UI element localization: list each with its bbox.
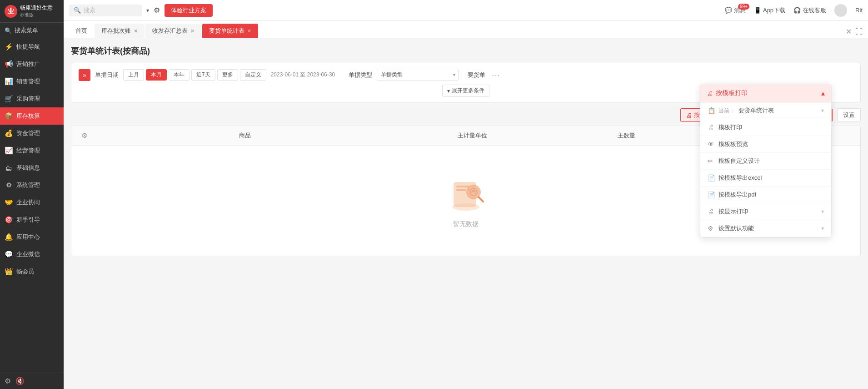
date-filter-label: 单据日期: [95, 71, 119, 79]
tab-maximize-icon[interactable]: ⛶: [855, 28, 863, 36]
topbar-settings-icon[interactable]: ⚙: [154, 6, 160, 15]
print-dropdown-item-set-default[interactable]: ⚙ 设置默认功能 ▾: [700, 220, 831, 237]
expand-conditions-btn[interactable]: ▾ 展开更多条件: [442, 85, 489, 97]
topbar-search-box[interactable]: 🔍 搜索: [69, 5, 142, 16]
sidebar-logo: 业 畅康通好生意 标准版: [0, 0, 64, 23]
sidebar-item-sales[interactable]: 📊 销售管理: [0, 73, 64, 90]
app-download-icon: 📱: [754, 7, 761, 14]
print-dropdown-item-export-pdf[interactable]: 📄 按模板导出pdf: [700, 187, 831, 203]
date-btn-this-month[interactable]: 本月: [146, 69, 167, 81]
current-template-value: 要货单统计表: [738, 106, 774, 115]
sidebar-item-finance[interactable]: 💰 资金管理: [0, 125, 64, 142]
sidebar-item-guide[interactable]: 🎯 新手引导: [0, 211, 64, 228]
filter-expand-icon[interactable]: »: [79, 69, 90, 81]
col-unit: 主计量单位: [397, 128, 547, 143]
date-btn-more[interactable]: 更多: [217, 69, 238, 81]
sidebar-item-operation[interactable]: 📈 经营管理: [0, 142, 64, 159]
sidebar-item-marketing[interactable]: 📢 营销推广: [0, 56, 64, 73]
svg-rect-2: [456, 186, 470, 187]
appstore-icon: 🔔: [5, 233, 13, 241]
print-dropdown-title-icon: 🖨: [707, 90, 713, 97]
empty-text: 暂无数据: [453, 220, 479, 228]
expand-icon: ▾: [447, 88, 450, 94]
col-settings[interactable]: ⚙: [76, 128, 92, 143]
print-icon: 🖨: [686, 112, 692, 119]
tab-order-stats[interactable]: 要货单统计表 ✕: [202, 24, 258, 38]
basic-icon: 🗂: [5, 164, 13, 172]
sidebar-item-system[interactable]: ⚙ 系统管理: [0, 177, 64, 194]
tab-batch-account[interactable]: 库存批次账 ✕: [95, 24, 145, 38]
tab-home[interactable]: 首页: [69, 24, 94, 38]
system-icon: ⚙: [5, 181, 13, 189]
print-dropdown-item-template-preview[interactable]: 👁 模板板预览: [700, 136, 831, 153]
current-item-arrow: ▾: [821, 107, 824, 114]
print-dropdown-item-template-print[interactable]: 🖨 模板打印: [700, 119, 831, 136]
collab-icon: 🤝: [5, 198, 13, 207]
col-product: 商品: [97, 128, 393, 143]
topbar-search-placeholder: 搜索: [84, 6, 95, 15]
sidebar-item-inventory[interactable]: 📦 库存核算: [0, 107, 64, 125]
doc-type-label: 单据类型: [349, 71, 372, 79]
print-dropdown-title: 🖨 按模板打印: [707, 89, 748, 97]
tab-batch-account-close[interactable]: ✕: [134, 28, 138, 34]
col-quantity: 主数量: [552, 128, 702, 143]
tab-close-icon[interactable]: ✕: [846, 27, 852, 36]
trial-btn[interactable]: 体验行业方案: [165, 4, 213, 17]
content-area: 要货单统计表(按商品) » 单据日期 上月 本月 本年 近7天 更多 自定义 2…: [64, 38, 868, 389]
messages-item[interactable]: 💬 消息 99+: [725, 6, 746, 15]
sidebar-item-basic[interactable]: 🗂 基础信息: [0, 159, 64, 177]
empty-icon: [445, 173, 486, 214]
tabbar-right: ✕ ⛶: [846, 27, 863, 38]
svg-line-6: [479, 197, 483, 202]
sound-bottom-icon[interactable]: 🔇: [15, 377, 25, 385]
date-btn-custom[interactable]: 自定义: [240, 69, 266, 81]
tab-order-stats-close[interactable]: ✕: [247, 28, 251, 34]
guide-icon: 🎯: [5, 216, 13, 224]
print-dropdown-item-display-print[interactable]: 🖨 按显示打印 ▾: [700, 203, 831, 220]
username: Rit: [855, 7, 863, 14]
user-avatar-item[interactable]: [834, 4, 847, 17]
settings-bottom-icon[interactable]: ⚙: [5, 377, 11, 385]
template-custom-icon: ✏: [708, 157, 715, 165]
search-icon: 🔍: [5, 27, 12, 34]
print-dropdown-close-icon[interactable]: ▴: [821, 89, 825, 97]
sidebar-item-quick-nav[interactable]: ⚡ 快捷导航: [0, 38, 64, 56]
online-service-item[interactable]: 🎧 在线客服: [793, 6, 826, 15]
finance-icon: 💰: [5, 129, 13, 137]
doc-type-dropdown[interactable]: 单据类型: [377, 69, 459, 81]
date-btn-last-month[interactable]: 上月: [123, 69, 144, 81]
template-preview-icon: 👁: [708, 141, 715, 148]
sidebar-item-member[interactable]: 👑 畅会员: [0, 263, 64, 280]
sales-icon: 📊: [5, 77, 13, 86]
display-print-icon: 🖨: [708, 208, 715, 215]
purchase-icon: 🛒: [5, 95, 13, 103]
current-template-icon: 📋: [708, 107, 715, 114]
date-btn-7days[interactable]: 近7天: [191, 69, 215, 81]
date-btn-this-year[interactable]: 本年: [169, 69, 190, 81]
print-dropdown-item-template-custom[interactable]: ✏ 模板自定义设计: [700, 153, 831, 170]
sidebar-item-appstore[interactable]: 🔔 应用中心: [0, 228, 64, 246]
main-area: 🔍 搜索 ▾ ⚙ 体验行业方案 💬 消息 99+ 📱 App下载 🎧 在线客服: [64, 0, 868, 389]
wechat-icon: 💬: [5, 250, 13, 258]
table-settings-icon[interactable]: ⚙: [81, 131, 87, 139]
print-dropdown-popup: 🖨 按模板打印 ▴ 📋 当前： 要货单统计表 ▾ 🖨 模板打印: [700, 84, 832, 237]
tab-receipts-summary[interactable]: 收发存汇总表 ✕: [145, 24, 201, 38]
sidebar-item-collab[interactable]: 🤝 企业协同: [0, 194, 64, 211]
tabbar: 首页 库存批次账 ✕ 收发存汇总表 ✕ 要货单统计表 ✕ ✕ ⛶: [64, 21, 868, 38]
filter-row-date: » 单据日期 上月 本月 本年 近7天 更多 自定义 2023-06-01 至 …: [79, 69, 853, 81]
inventory-icon: 📦: [5, 112, 13, 120]
topbar-dropdown-arrow[interactable]: ▾: [146, 7, 149, 14]
tab-receipts-summary-close[interactable]: ✕: [190, 28, 195, 34]
doc-type-value: 单据类型: [381, 71, 403, 79]
print-dropdown-item-export-excel[interactable]: 📄 按模板导出excel: [700, 170, 831, 187]
order-status-label: 要货单: [468, 71, 485, 79]
sidebar-item-wechat[interactable]: 💬 企业微信: [0, 246, 64, 263]
sidebar-item-purchase[interactable]: 🛒 采购管理: [0, 90, 64, 107]
sidebar-search[interactable]: 🔍 搜索菜单: [0, 23, 64, 38]
topbar: 🔍 搜索 ▾ ⚙ 体验行业方案 💬 消息 99+ 📱 App下载 🎧 在线客服: [64, 0, 868, 21]
settings-btn[interactable]: 设置: [837, 108, 861, 122]
quick-nav-icon: ⚡: [5, 43, 13, 51]
export-excel-icon: 📄: [708, 174, 715, 182]
print-dropdown-current-item[interactable]: 📋 当前： 要货单统计表 ▾: [700, 102, 831, 119]
app-download-item[interactable]: 📱 App下载: [754, 6, 785, 15]
